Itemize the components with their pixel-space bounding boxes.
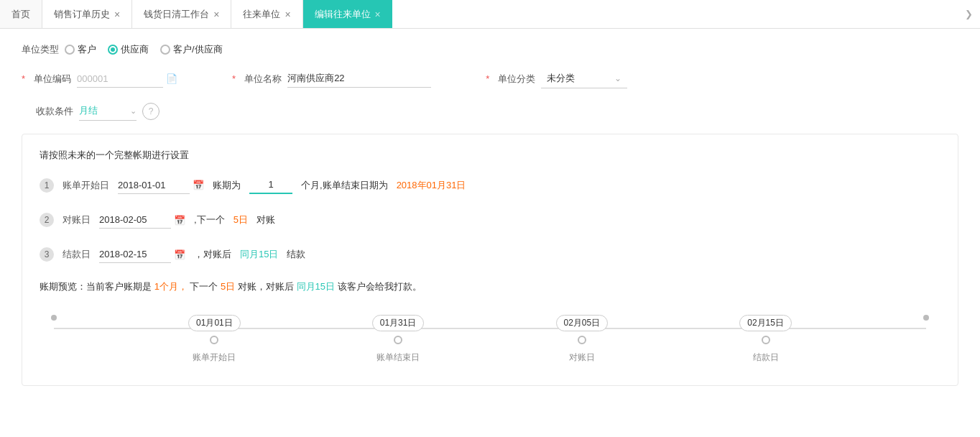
category-required-star: * xyxy=(486,73,489,84)
start-date-input[interactable] xyxy=(118,177,190,194)
timeline-point-3: 02月05日 对账日 xyxy=(556,315,609,364)
period-label: 账期为 xyxy=(213,179,241,192)
pay-date-input[interactable] xyxy=(99,246,171,263)
timeline-right-dot xyxy=(923,315,929,321)
close-cash-work[interactable]: × xyxy=(213,9,219,19)
tab-home[interactable]: 首页 xyxy=(0,0,42,28)
code-required-star: * xyxy=(22,73,25,84)
radio-customer-circle xyxy=(65,45,75,55)
reconcile-date-cal-icon[interactable]: 📅 xyxy=(174,215,185,226)
unit-code-wrap: 📄 xyxy=(77,70,177,88)
unit-category-label: 单位分类 xyxy=(498,73,535,86)
pay-date-wrap: 📅 xyxy=(99,246,185,263)
timeline-point-1: 01月01日 账单开始日 xyxy=(188,315,241,364)
category-dropdown-icon: ⌄ xyxy=(614,73,621,83)
tab-bar: 首页 销售订单历史 × 钱货日清工作台 × 往来单位 × 编辑往来单位 × ❯ xyxy=(0,0,980,29)
unit-type-label: 单位类型 xyxy=(22,43,59,56)
reconcile-highlight: 5日 xyxy=(234,213,248,226)
payment-terms-select[interactable]: 月结 ⌄ xyxy=(79,101,137,121)
setting-row-3: 3 结款日 📅 ，对账后 同月15日 结款 xyxy=(40,246,940,263)
tab-cash-work[interactable]: 钱货日清工作台 × xyxy=(132,0,231,28)
unit-name-input[interactable] xyxy=(287,70,431,88)
setting-row-1: 1 账单开始日 📅 账期为 个月,账单结束日期为 2018年01月31日 xyxy=(40,176,940,194)
main-content: 单位类型 客户 供应商 客户/供应商 * 单位编码 📄 * 单位名称 xyxy=(0,29,980,437)
unit-category-select[interactable]: 未分类 ⌄ xyxy=(541,69,627,88)
pay-suffix: 结款 xyxy=(287,248,305,261)
payment-terms-value: 月结 xyxy=(79,104,98,117)
period-value-input[interactable] xyxy=(249,176,292,194)
preview-text: 账期预览：当前客户账期是 1个月， 下一个 5日 对账，对账后 同月15日 该客… xyxy=(40,280,940,293)
payment-terms-row: 收款条件 月结 ⌄ ? xyxy=(22,101,958,121)
period-end-date: 2018年01月31日 xyxy=(397,179,466,192)
unit-code-icon[interactable]: 📄 xyxy=(166,73,177,84)
preview-pay-day: 同月15日 xyxy=(297,281,335,292)
pay-highlight: 同月15日 xyxy=(240,248,278,261)
timeline-dots: 01月01日 账单开始日 01月31日 账单结束日 02月05日 对账日 xyxy=(54,315,926,364)
radio-group: 客户 供应商 客户/供应商 xyxy=(65,43,223,56)
timeline-badge-3: 02月05日 xyxy=(556,315,609,331)
tab-edit-partner[interactable]: 编辑往来单位 × xyxy=(303,0,392,28)
row-num-2: 2 xyxy=(40,213,54,227)
timeline-label-4: 结款日 xyxy=(753,351,779,364)
radio-both[interactable]: 客户/供应商 xyxy=(160,43,223,56)
timeline-left-end xyxy=(51,315,57,364)
close-edit-partner[interactable]: × xyxy=(375,9,381,19)
timeline-point-4: 02月15日 结款日 xyxy=(739,315,792,364)
start-date-cal-icon[interactable]: 📅 xyxy=(193,180,204,190)
tab-sales-history[interactable]: 销售订单历史 × xyxy=(42,0,132,28)
preview-reconcile-suffix: 对账，对账后 xyxy=(238,281,294,292)
unit-category-value: 未分类 xyxy=(547,72,575,85)
timeline-right-end xyxy=(923,315,929,364)
tab-expand-button[interactable]: ❯ xyxy=(958,0,980,28)
period-unit-text: 个月,账单结束日期为 xyxy=(301,179,388,192)
name-required-star: * xyxy=(232,73,236,84)
timeline-point-2: 01月31日 账单结束日 xyxy=(372,315,425,364)
code-name-category-row: * 单位编码 📄 * 单位名称 * 单位分类 未分类 ⌄ xyxy=(22,69,958,88)
preview-prefix: 账期预览：当前客户账期是 xyxy=(40,281,152,292)
radio-customer[interactable]: 客户 xyxy=(65,43,96,56)
unit-type-row: 单位类型 客户 供应商 客户/供应商 xyxy=(22,43,958,56)
reconcile-date-input[interactable] xyxy=(99,211,171,229)
timeline-left-dot xyxy=(51,315,57,321)
preview-pay-suffix: 该客户会给我打款。 xyxy=(338,281,422,292)
preview-period-suffix: 下一个 xyxy=(190,281,218,292)
timeline-label-3: 对账日 xyxy=(569,351,595,364)
settings-section: 请按照未来的一个完整帐期进行设置 1 账单开始日 📅 账期为 个月,账单结束日期… xyxy=(22,134,958,386)
timeline: 01月01日 账单开始日 01月31日 账单结束日 02月05日 对账日 xyxy=(40,308,940,371)
timeline-badge-1: 01月01日 xyxy=(188,315,241,331)
preview-period: 1个月， xyxy=(154,281,188,292)
setting-row-2: 2 对账日 📅 ,下一个 5日 对账 xyxy=(40,211,940,229)
unit-code-label: 单位编码 xyxy=(34,73,71,86)
reconcile-date-wrap: 📅 xyxy=(99,211,185,229)
timeline-badge-4: 02月15日 xyxy=(739,315,792,331)
timeline-badge-2: 01月31日 xyxy=(372,315,425,331)
row-label-1: 账单开始日 xyxy=(63,179,109,192)
close-partner[interactable]: × xyxy=(285,9,290,19)
payment-terms-dropdown-icon: ⌄ xyxy=(130,106,137,116)
row-label-2: 对账日 xyxy=(63,213,91,226)
reconcile-prefix: ,下一个 xyxy=(194,213,225,226)
radio-supplier-circle xyxy=(108,45,118,55)
timeline-dot-1 xyxy=(210,336,218,344)
radio-supplier[interactable]: 供应商 xyxy=(108,43,149,56)
reconcile-suffix: 对账 xyxy=(256,213,275,226)
timeline-dot-2 xyxy=(394,336,402,344)
row-num-1: 1 xyxy=(40,178,54,193)
radio-both-circle xyxy=(160,45,170,55)
timeline-label-2: 账单结束日 xyxy=(376,351,420,364)
payment-terms-label: 收款条件 xyxy=(36,105,73,118)
row-label-3: 结款日 xyxy=(63,248,91,261)
timeline-label-1: 账单开始日 xyxy=(193,351,236,364)
pay-prefix: ，对账后 xyxy=(194,248,231,261)
section-instruction: 请按照未来的一个完整帐期进行设置 xyxy=(40,149,940,162)
tab-partner[interactable]: 往来单位 × xyxy=(231,0,302,28)
start-date-wrap: 📅 xyxy=(118,177,204,194)
close-sales-history[interactable]: × xyxy=(114,9,120,19)
preview-reconcile-day: 5日 xyxy=(221,281,235,292)
unit-code-input[interactable] xyxy=(77,70,163,88)
pay-date-cal-icon[interactable]: 📅 xyxy=(174,249,185,260)
help-icon[interactable]: ? xyxy=(142,103,160,120)
row-num-3: 3 xyxy=(40,247,54,262)
unit-name-label: 单位名称 xyxy=(244,73,282,86)
timeline-dot-3 xyxy=(578,336,586,344)
